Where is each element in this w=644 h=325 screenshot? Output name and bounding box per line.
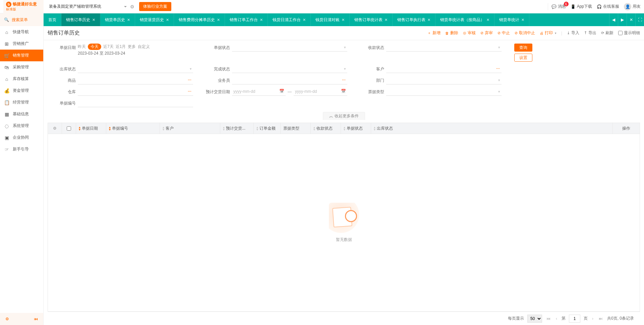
pager-next-icon[interactable]: › bbox=[591, 316, 594, 321]
pager-last-icon[interactable]: ⏭ bbox=[598, 316, 604, 321]
collapse-sidebar-icon[interactable]: ⏮ bbox=[34, 317, 38, 321]
date-quick-today[interactable]: 今天 bbox=[88, 44, 101, 50]
action-add[interactable]: ＋新增 bbox=[427, 30, 441, 36]
sidebar-item[interactable]: ▦基础信息 bbox=[0, 108, 43, 120]
select-all-checkbox[interactable] bbox=[67, 126, 71, 131]
th-out-status[interactable]: ▴▾出库状态 bbox=[371, 123, 613, 134]
more-icon[interactable]: ⋯ bbox=[188, 89, 192, 94]
settings-icon[interactable]: ⚙ bbox=[5, 317, 9, 321]
search-button[interactable]: 查询 bbox=[514, 44, 532, 52]
input-est-date-from[interactable]: 📅 bbox=[232, 88, 286, 96]
input-warehouse[interactable]: ⋯ bbox=[78, 88, 193, 96]
action-import[interactable]: ⤓导入 bbox=[567, 30, 579, 36]
sidebar-item[interactable]: 🛒销售管理 bbox=[0, 50, 43, 61]
sidebar-item[interactable]: ◌系统管理 bbox=[0, 120, 43, 132]
date-quick-custom[interactable]: 自定义 bbox=[138, 44, 150, 50]
date-quick-more[interactable]: 更多 bbox=[128, 44, 136, 50]
messages-button[interactable]: 💬 消息 6 bbox=[551, 4, 566, 9]
user-menu[interactable]: 👤 用友 bbox=[624, 3, 641, 10]
th-settings[interactable]: ⚙ bbox=[48, 123, 62, 134]
more-icon[interactable]: ⋯ bbox=[342, 78, 346, 82]
input-salesman[interactable]: ⋯ bbox=[232, 76, 347, 84]
tab[interactable]: 销货退货历史✕ bbox=[135, 13, 174, 26]
more-icon[interactable]: ⋯ bbox=[188, 78, 192, 82]
per-page-select[interactable]: 50 bbox=[527, 315, 542, 323]
input-done-status[interactable]: ▾ bbox=[232, 65, 347, 73]
tab[interactable]: 销售订单统计表✕ bbox=[350, 13, 393, 26]
app-download-button[interactable]: 📱 App下载 bbox=[571, 4, 592, 9]
system-selector[interactable]: 装备及固定资产辅助管理系统 bbox=[47, 2, 128, 11]
date-quick-1m[interactable]: 近1月 bbox=[116, 44, 126, 50]
chevron-down-icon[interactable]: ▾ bbox=[498, 78, 500, 82]
show-detail-input[interactable] bbox=[618, 31, 623, 35]
sidebar-item[interactable]: 📋经营管理 bbox=[0, 96, 43, 108]
tab[interactable]: 销售费用分摊单历史✕ bbox=[174, 13, 225, 26]
th-doc-status[interactable]: ▴▾单据状态 bbox=[341, 123, 371, 134]
chevron-down-icon[interactable]: ▾ bbox=[344, 67, 346, 71]
tab-close-icon[interactable]: ✕ bbox=[303, 18, 306, 22]
sidebar-item[interactable]: 💰资金管理 bbox=[0, 85, 43, 96]
chevron-down-icon[interactable]: ▾ bbox=[190, 67, 192, 71]
action-refresh[interactable]: ⟳刷新 bbox=[601, 30, 613, 36]
tab[interactable]: 钱货日清对账✕ bbox=[311, 13, 350, 26]
input-inv-type[interactable]: ▾ bbox=[386, 88, 502, 96]
tab[interactable]: 钱货日清工作台✕ bbox=[268, 13, 311, 26]
tab-close-icon[interactable]: ✕ bbox=[260, 18, 263, 22]
pager-first-icon[interactable]: ⏮ bbox=[545, 316, 551, 321]
input-dept[interactable]: ▾ bbox=[386, 76, 502, 84]
input-doc-status[interactable]: ▾ bbox=[232, 44, 347, 52]
input-pay-status[interactable]: ▾ bbox=[386, 44, 502, 52]
input-product[interactable]: ⋯ bbox=[78, 76, 193, 84]
action-print[interactable]: 🖨打印▾ bbox=[540, 30, 557, 36]
input-out-status[interactable]: ▾ bbox=[78, 65, 193, 73]
th-doc-date[interactable]: ▴▾单据日期 bbox=[76, 123, 106, 134]
sidebar-item[interactable]: ▣企业协同 bbox=[0, 132, 43, 143]
tab-close-icon[interactable]: ✕ bbox=[486, 18, 489, 22]
tab-close-icon[interactable]: ✕ bbox=[217, 18, 220, 22]
tab[interactable]: 销售订单工作台✕ bbox=[225, 13, 268, 26]
tab[interactable]: 销售订单历史✕ bbox=[61, 13, 100, 26]
experience-button[interactable]: 体验行业方案 bbox=[139, 2, 171, 11]
tab[interactable]: 销售订单执行表✕ bbox=[393, 13, 435, 26]
tab-close-icon[interactable]: ✕ bbox=[427, 18, 430, 22]
collapse-filters-button[interactable]: ︽收起更多条件 bbox=[323, 112, 365, 120]
th-pay-status[interactable]: ▴▾收款状态 bbox=[311, 123, 341, 134]
show-detail-checkbox[interactable]: 显示明细 bbox=[618, 30, 640, 36]
chevron-down-icon[interactable]: ▾ bbox=[498, 89, 500, 94]
sidebar-item[interactable]: ☞新手引导 bbox=[0, 143, 43, 155]
date-quick-7d[interactable]: 近7天 bbox=[103, 44, 114, 50]
action-unstop[interactable]: ⊘取消中止 bbox=[515, 30, 535, 36]
input-customer[interactable]: ⋯ bbox=[386, 65, 502, 73]
tab-home[interactable]: 首页 bbox=[44, 13, 61, 26]
pager-page-input[interactable] bbox=[569, 315, 580, 323]
action-discard[interactable]: ⊘弃审 bbox=[480, 30, 493, 36]
tab[interactable]: 销货单统计表（按商品）✕ bbox=[435, 13, 494, 26]
th-inv-type[interactable]: 票据类型 bbox=[281, 123, 311, 134]
th-doc-no[interactable]: ▴▾单据编号 bbox=[106, 123, 160, 134]
action-stop[interactable]: ⊘中止 bbox=[497, 30, 510, 36]
online-service-button[interactable]: 🎧 在线客服 bbox=[597, 4, 619, 9]
tab-close-all-icon[interactable]: ✕ bbox=[627, 13, 635, 26]
tab-scroll-right-icon[interactable]: ▶ bbox=[618, 13, 627, 26]
calendar-icon[interactable]: 📅 bbox=[341, 89, 346, 93]
action-export[interactable]: ⤒导出 bbox=[584, 30, 596, 36]
action-audit[interactable]: ◎审核 bbox=[463, 30, 476, 36]
sidebar-item[interactable]: 🛍采购管理 bbox=[0, 61, 43, 73]
sidebar-item[interactable]: ⊞营销推广 bbox=[0, 38, 43, 50]
th-est[interactable]: ▴▾预计交货... bbox=[220, 123, 254, 134]
tab-close-icon[interactable]: ✕ bbox=[92, 18, 95, 22]
action-delete[interactable]: 🗑删除 bbox=[445, 30, 458, 36]
tab-close-icon[interactable]: ✕ bbox=[521, 18, 524, 22]
sidebar-search[interactable]: 🔍 搜索菜单 bbox=[0, 13, 43, 26]
date-quick-yesterday[interactable]: 昨天 bbox=[78, 44, 86, 50]
pager-prev-icon[interactable]: ‹ bbox=[555, 316, 558, 321]
chevron-down-icon[interactable]: ▾ bbox=[498, 45, 500, 50]
input-est-date-to[interactable]: 📅 bbox=[294, 88, 347, 96]
chevron-down-icon[interactable]: ▾ bbox=[344, 45, 346, 50]
tab-close-icon[interactable]: ✕ bbox=[127, 18, 130, 22]
input-doc-no[interactable] bbox=[78, 99, 193, 107]
settings-button[interactable]: 设置 bbox=[514, 54, 532, 62]
th-amount[interactable]: ▴▾订单金额 bbox=[254, 123, 281, 134]
calendar-icon[interactable]: 📅 bbox=[279, 89, 284, 93]
th-customer[interactable]: ▴▾客户 bbox=[160, 123, 220, 134]
